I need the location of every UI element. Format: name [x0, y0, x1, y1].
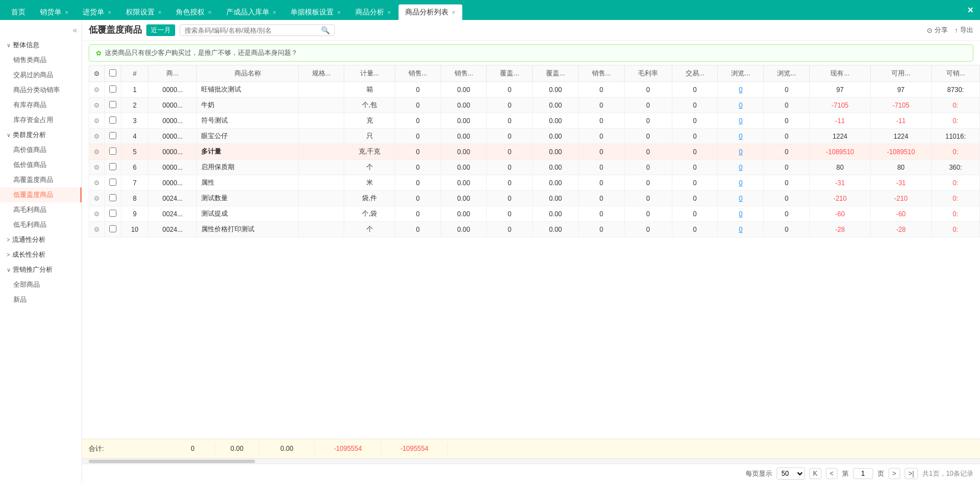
prev-page-button[interactable]: <	[826, 468, 838, 479]
sidebar-item[interactable]: 交易过的商品	[0, 68, 81, 83]
select-all-checkbox[interactable]	[109, 69, 116, 77]
row-checkbox[interactable]	[109, 225, 116, 232]
sidebar-item[interactable]: 高价值商品	[0, 143, 81, 157]
view1-link[interactable]: 0	[739, 101, 743, 109]
export-button[interactable]: ↑ 导出	[955, 26, 973, 35]
tab-close-icon[interactable]: ×	[273, 9, 276, 16]
nav-tab[interactable]: 权限设置×	[119, 4, 168, 20]
first-page-button[interactable]: K	[809, 468, 821, 479]
row-settings[interactable]: ⚙	[94, 195, 100, 202]
search-input[interactable]	[185, 27, 319, 34]
row-settings[interactable]: ⚙	[94, 210, 100, 218]
table-wrapper[interactable]: ⚙#商...商品名称规格...计量...销售...销售...覆盖...覆盖...…	[82, 65, 980, 439]
row-checkbox[interactable]	[109, 85, 116, 93]
row-settings[interactable]: ⚙	[94, 226, 100, 233]
sidebar-item[interactable]: 库存资金占用	[0, 113, 81, 128]
sidebar-item[interactable]: 新品	[0, 292, 81, 307]
nav-tab[interactable]: 首页	[4, 4, 32, 20]
view1-link[interactable]: 0	[739, 179, 743, 187]
tab-close-icon[interactable]: ×	[387, 9, 391, 16]
column-header-checkbox[interactable]	[105, 65, 121, 82]
column-header-trade[interactable]: 交易...	[672, 65, 718, 82]
next-page-button[interactable]: >	[889, 468, 900, 479]
column-header-saleable[interactable]: 可销...	[931, 65, 979, 82]
sidebar-item[interactable]: 低价值商品	[0, 157, 81, 172]
row-settings[interactable]: ⚙	[94, 101, 100, 109]
horizontal-scrollbar[interactable]	[89, 460, 255, 463]
view1-link[interactable]: 0	[739, 195, 743, 202]
nav-tab[interactable]: 角色授权×	[169, 4, 218, 20]
nav-tab[interactable]: 商品分析列表×	[399, 4, 462, 20]
nav-tab[interactable]: 进货单×	[76, 4, 118, 20]
sidebar-section-header[interactable]: >流通性分析	[0, 232, 81, 247]
column-header-index[interactable]: #	[121, 65, 149, 82]
nav-tab[interactable]: 产成品入库单×	[220, 4, 283, 20]
row-settings[interactable]: ⚙	[94, 148, 100, 156]
view1-link[interactable]: 0	[739, 226, 743, 233]
sidebar-section-header[interactable]: >成长性分析	[0, 247, 81, 262]
column-header-coverage2[interactable]: 覆盖...	[533, 65, 579, 82]
nav-tab[interactable]: 单据模板设置×	[284, 4, 347, 20]
column-header-code[interactable]: 商...	[149, 65, 197, 82]
row-settings[interactable]: ⚙	[94, 133, 100, 140]
search-icon[interactable]: 🔍	[321, 26, 330, 34]
row-settings[interactable]: ⚙	[94, 117, 100, 125]
row-settings[interactable]: ⚙	[94, 179, 100, 187]
sidebar-section-header[interactable]: ∨类群度分析	[0, 128, 81, 143]
row-checkbox[interactable]	[109, 101, 116, 108]
row-checkbox[interactable]	[109, 132, 116, 139]
sidebar-item[interactable]: 低毛利商品	[0, 217, 81, 232]
close-all-button[interactable]: ×	[967, 4, 973, 16]
column-header-settings[interactable]: ⚙	[89, 65, 105, 82]
view1-link[interactable]: 0	[739, 86, 743, 94]
row-checkbox[interactable]	[109, 116, 116, 124]
column-header-sales_qty[interactable]: 销售...	[395, 65, 441, 82]
sidebar-item[interactable]: 高毛利商品	[0, 202, 81, 217]
sidebar-item[interactable]: 高覆盖度商品	[0, 172, 81, 187]
sidebar-toggle[interactable]: «	[0, 22, 81, 38]
tab-close-icon[interactable]: ×	[452, 9, 455, 16]
period-button[interactable]: 近一月	[146, 24, 175, 36]
sidebar-item[interactable]: 有库存商品	[0, 98, 81, 113]
column-header-spec[interactable]: 规格...	[298, 65, 344, 82]
tab-close-icon[interactable]: ×	[158, 9, 161, 16]
row-checkbox[interactable]	[109, 148, 116, 155]
view1-link[interactable]: 0	[739, 210, 743, 218]
row-settings[interactable]: ⚙	[94, 86, 100, 94]
view1-link[interactable]: 0	[739, 148, 743, 156]
sidebar-section-header[interactable]: ∨整体信息	[0, 38, 81, 53]
tab-close-icon[interactable]: ×	[108, 9, 111, 16]
tab-close-icon[interactable]: ×	[337, 9, 340, 16]
column-header-sales3[interactable]: 销售...	[578, 65, 624, 82]
tab-close-icon[interactable]: ×	[208, 9, 211, 16]
column-header-coverage1[interactable]: 覆盖...	[487, 65, 533, 82]
view1-link[interactable]: 0	[739, 117, 743, 125]
row-checkbox[interactable]	[109, 194, 116, 201]
share-button[interactable]: ⊙ 分享	[927, 26, 948, 35]
column-header-sales_amt[interactable]: 销售...	[441, 65, 487, 82]
row-settings[interactable]: ⚙	[94, 164, 100, 171]
sidebar-item[interactable]: 低覆盖度商品	[0, 187, 81, 202]
column-header-view2[interactable]: 浏览...	[764, 65, 810, 82]
nav-tab[interactable]: 商品分析×	[349, 4, 397, 20]
page-size-select[interactable]: 5020100	[777, 467, 805, 480]
scrollbar-area[interactable]	[82, 458, 980, 464]
sidebar-section-header[interactable]: ∨营销推广分析	[0, 262, 81, 277]
sidebar-item[interactable]: 销售类商品	[0, 53, 81, 68]
row-checkbox[interactable]	[109, 163, 116, 170]
column-header-gross_margin[interactable]: 毛利率	[624, 65, 672, 82]
view1-link[interactable]: 0	[739, 164, 743, 171]
column-header-name[interactable]: 商品名称	[197, 65, 298, 82]
settings-icon[interactable]: ⚙	[94, 70, 100, 78]
last-page-button[interactable]: >|	[905, 468, 918, 479]
nav-tab[interactable]: 销货单×	[33, 4, 75, 20]
sidebar-item[interactable]: 商品分类动销率	[0, 83, 81, 98]
page-input[interactable]	[853, 468, 873, 479]
column-header-current_stock[interactable]: 现有...	[810, 65, 871, 82]
sidebar-item[interactable]: 全部商品	[0, 277, 81, 292]
tab-close-icon[interactable]: ×	[65, 9, 68, 16]
view1-link[interactable]: 0	[739, 133, 743, 140]
column-header-unit[interactable]: 计量...	[344, 65, 395, 82]
row-checkbox[interactable]	[109, 210, 116, 217]
row-checkbox[interactable]	[109, 179, 116, 186]
